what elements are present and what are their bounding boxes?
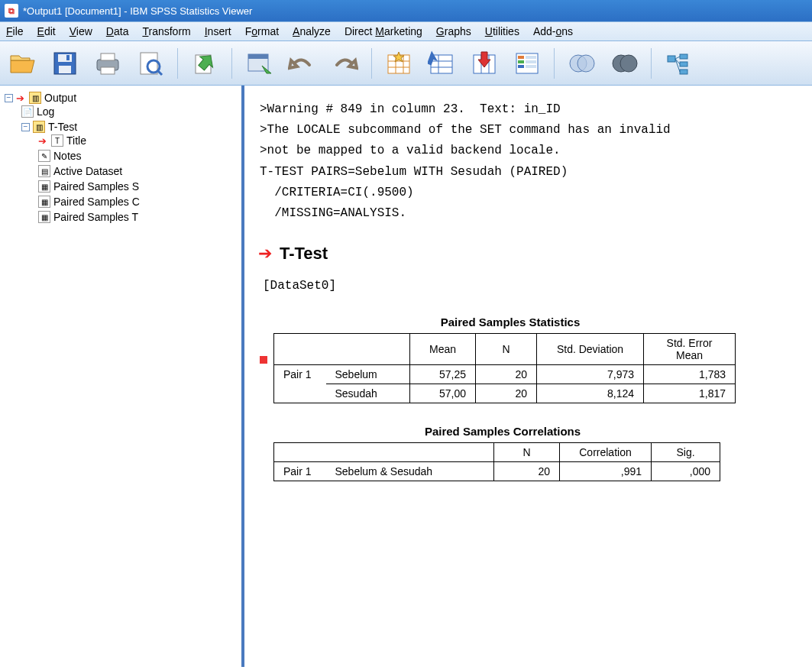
table-icon: ▦ — [38, 196, 50, 208]
outline-psc-label: Paired Samples C — [53, 196, 140, 208]
menu-insert[interactable]: Insert — [205, 25, 231, 37]
outline-paired-stats[interactable]: ▦ Paired Samples S — [38, 180, 238, 193]
svg-rect-31 — [526, 60, 536, 63]
menu-direct-marketing[interactable]: Direct Marketing — [345, 25, 422, 37]
tree-icon — [665, 51, 692, 76]
svg-line-41 — [675, 57, 680, 59]
menu-utilities[interactable]: Utilities — [485, 25, 519, 37]
print-preview-button[interactable] — [134, 47, 167, 79]
open-button[interactable] — [6, 47, 38, 79]
collapse-icon[interactable]: − — [21, 123, 30, 131]
collapse-icon[interactable]: − — [5, 94, 13, 102]
title-icon: T — [51, 134, 63, 147]
goto-variable-button[interactable] — [468, 47, 500, 79]
redo-icon — [331, 54, 358, 73]
app-icon: ⧉ — [5, 4, 18, 18]
venn-icon — [568, 51, 595, 76]
col-std-dev: Std. Deviation — [537, 334, 644, 365]
arrow-marker-icon: ➔ — [258, 244, 272, 264]
menu-graphs[interactable]: Graphs — [436, 25, 471, 37]
svg-rect-37 — [668, 56, 675, 62]
svg-line-43 — [675, 59, 680, 72]
grid-star-icon — [385, 50, 412, 76]
titlebar: ⧉ *Output1 [Document1] - IBM SPSS Statis… — [0, 0, 812, 21]
table-icon: ▦ — [38, 211, 50, 223]
menu-edit[interactable]: Edit — [37, 25, 56, 37]
magnifier-page-icon — [137, 50, 164, 77]
outline-paired-test[interactable]: ▦ Paired Samples T — [38, 211, 238, 223]
svg-rect-2 — [59, 66, 71, 73]
weight-cases-button[interactable] — [608, 47, 640, 79]
select-cases-button[interactable] — [565, 47, 597, 79]
col-n: N — [494, 443, 560, 462]
table-row: Pair 1 Sebelum & Sesudah 20 ,991 ,000 — [274, 462, 720, 481]
toolbar-separator — [177, 48, 178, 79]
svg-rect-6 — [101, 67, 115, 74]
paired-samples-statistics-table[interactable]: Mean N Std. Deviation Std. Error Mean Pa… — [273, 333, 736, 403]
svg-point-36 — [620, 55, 637, 72]
outline-active-dataset[interactable]: ▤ Active Dataset — [38, 165, 238, 177]
menu-analyze[interactable]: Analyze — [293, 25, 331, 37]
outline-notes-label: Notes — [53, 150, 82, 162]
outline-ttest[interactable]: − ▥ T-Test — [21, 121, 238, 133]
col-std-err: Std. Error Mean — [644, 334, 736, 365]
designate-window-button[interactable] — [662, 47, 694, 79]
redo-button[interactable] — [328, 47, 361, 79]
variables-button[interactable] — [511, 47, 543, 79]
window-title: *Output1 [Document1] - IBM SPSS Statisti… — [23, 5, 252, 17]
outline-pss-label: Paired Samples S — [53, 180, 139, 193]
menu-file[interactable]: File — [6, 25, 24, 37]
undo-icon — [288, 54, 315, 73]
toolbar-separator — [231, 48, 232, 79]
outline-pane[interactable]: − ➔ ▥ Output 📄 Log — [0, 86, 244, 667]
outline-title[interactable]: ➔ T Title — [38, 134, 238, 147]
arrow-marker-icon: ➔ — [16, 92, 24, 104]
svg-rect-40 — [680, 70, 687, 74]
goto-data-button[interactable] — [383, 47, 415, 79]
grid-arrow-icon — [428, 50, 455, 76]
printer-icon — [94, 50, 121, 76]
save-button[interactable] — [49, 47, 81, 79]
variables-list-icon — [513, 50, 541, 76]
circles-dark-icon — [610, 51, 638, 76]
svg-rect-32 — [526, 65, 536, 68]
log-icon: 📄 — [21, 105, 34, 118]
toolbar-separator — [651, 48, 652, 79]
svg-point-34 — [577, 55, 594, 72]
export-icon — [191, 50, 218, 76]
outline-pst-label: Paired Samples T — [53, 211, 138, 223]
outline-ttest-label: T-Test — [48, 121, 77, 133]
syntax-log[interactable]: >Warning # 849 in column 23. Text: in_ID… — [260, 99, 804, 224]
menu-format[interactable]: Format — [245, 25, 279, 37]
table2-title: Paired Samples Correlations — [273, 425, 732, 438]
dialog-recall-button[interactable] — [243, 47, 275, 79]
toolbar-separator — [554, 48, 555, 79]
svg-line-9 — [157, 70, 162, 75]
svg-rect-12 — [248, 54, 268, 59]
outline-root[interactable]: − ➔ ▥ Output — [5, 92, 238, 104]
menu-addons[interactable]: Add-ons — [533, 25, 573, 37]
content-pane[interactable]: >Warning # 849 in column 23. Text: in_ID… — [244, 86, 812, 667]
paired-samples-correlations-table[interactable]: N Correlation Sig. Pair 1 Sebelum & Sesu… — [273, 442, 720, 481]
section-header[interactable]: ➔ T-Test — [258, 244, 804, 264]
col-n: N — [476, 334, 537, 365]
table-selection-handle[interactable] — [260, 356, 267, 364]
undo-button[interactable] — [286, 47, 318, 79]
svg-rect-39 — [680, 62, 687, 66]
menu-data[interactable]: Data — [106, 25, 129, 37]
workspace: − ➔ ▥ Output 📄 Log — [0, 86, 812, 667]
menu-view[interactable]: View — [70, 25, 92, 37]
outline-log[interactable]: 📄 Log — [21, 105, 238, 118]
print-button[interactable] — [92, 47, 124, 79]
outline-title-label: Title — [66, 134, 86, 147]
menu-transform[interactable]: Transform — [142, 25, 190, 37]
col-sig: Sig. — [652, 443, 720, 462]
outline-notes[interactable]: ✎ Notes — [38, 150, 238, 162]
table-icon: ▦ — [38, 180, 50, 193]
outline-paired-corr[interactable]: ▦ Paired Samples C — [38, 196, 238, 208]
goto-case-button[interactable] — [425, 47, 458, 79]
outline-log-label: Log — [37, 105, 54, 118]
export-button[interactable] — [189, 47, 221, 79]
active-dataset-label[interactable]: [DataSet0] — [263, 279, 804, 293]
folder-open-icon — [8, 51, 36, 76]
